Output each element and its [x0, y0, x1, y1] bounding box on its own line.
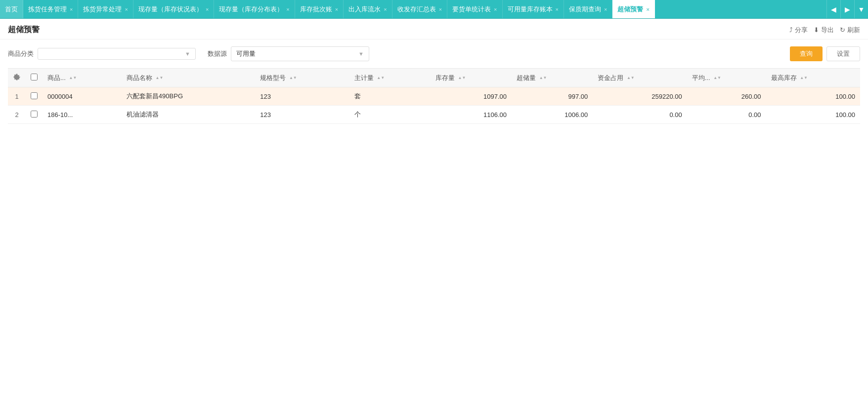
nav-item-inventory-dist-close[interactable]: × [286, 6, 289, 12]
nav-item-inventory-status-close[interactable]: × [206, 6, 209, 12]
nav-item-overstock-warning-label: 超储预警 [617, 5, 643, 14]
th-avg[interactable]: 平均... ▲▼ [687, 69, 766, 87]
nav-item-home-label: 首页 [5, 5, 18, 14]
query-button[interactable]: 查询 [790, 46, 823, 61]
nav-item-batch-account-label: 库存批次账 [300, 5, 332, 14]
nav-item-exception-proc-close[interactable]: × [125, 6, 128, 12]
td-product-code-1: 0000004 [43, 87, 122, 106]
th-spec[interactable]: 规格型号 ▲▼ [255, 69, 349, 87]
th-overstock-qty[interactable]: 超储量 ▲▼ [512, 69, 593, 87]
th-max-stock-label: 最高库存 [771, 74, 797, 81]
row-checkbox-2[interactable] [31, 111, 38, 118]
nav-item-expiry-check-close[interactable]: × [604, 6, 607, 12]
filter-group-category: 商品分类 ▼ [8, 48, 196, 60]
th-max-stock[interactable]: 最高库存 ▲▼ [766, 69, 860, 87]
td-product-name-2: 机油滤清器 [122, 106, 255, 124]
table-header-row: 商品... ▲▼ 商品名称 ▲▼ 规格型号 ▲▼ 主计量 ▲▼ [8, 69, 860, 87]
nav-more-button[interactable]: ▼ [854, 0, 868, 19]
datasource-select[interactable]: 可用量 ▼ [231, 46, 369, 61]
th-product-name[interactable]: 商品名称 ▲▼ [122, 69, 255, 87]
nav-bar: 首页 拣货任务管理 × 拣货异常处理 × 现存量（库存状况表） × 现存量（库存… [0, 0, 868, 19]
page-actions: ⤴ 分享 ⬇ 导出 ↻ 刷新 [789, 26, 860, 35]
export-label: 导出 [821, 26, 834, 35]
nav-item-available-account-close[interactable]: × [556, 6, 559, 12]
td-unit-1: 套 [349, 87, 431, 106]
nav-item-inout-flow[interactable]: 出入库流水 × [344, 0, 392, 19]
datasource-select-chevron: ▼ [358, 51, 364, 57]
th-product-name-label: 商品名称 [127, 74, 152, 81]
th-checkbox[interactable] [26, 69, 43, 87]
share-icon: ⤴ [789, 26, 793, 34]
page-content: 超储预警 ⤴ 分享 ⬇ 导出 ↻ 刷新 商品分类 ▼ 数据源 [0, 19, 868, 395]
nav-item-overstock-warning[interactable]: 超储预警 × [612, 0, 654, 19]
td-spec-2: 123 [255, 106, 349, 124]
nav-item-inventory-status[interactable]: 现存量（库存状况表） × [133, 0, 214, 19]
export-action[interactable]: ⬇ 导出 [814, 26, 834, 35]
share-action[interactable]: ⤴ 分享 [789, 26, 808, 35]
sort-icon-spec: ▲▼ [289, 76, 297, 80]
th-gear[interactable] [8, 69, 26, 87]
sort-icon-product-code: ▲▼ [69, 76, 77, 80]
nav-item-order-stats-label: 要货单统计表 [452, 5, 491, 14]
td-checkbox-2[interactable] [26, 106, 43, 124]
th-stock-qty[interactable]: 库存量 ▲▼ [431, 69, 512, 87]
table-row: 1 0000004 六配套新昌490BPG 123 套 1097.00 997.… [8, 87, 860, 106]
nav-item-batch-account[interactable]: 库存批次账 × [295, 0, 344, 19]
nav-item-inventory-status-label: 现存量（库存状况表） [138, 5, 203, 14]
td-max-stock-2: 100.00 [766, 106, 860, 124]
nav-item-task-mgmt[interactable]: 拣货任务管理 × [23, 0, 78, 19]
select-all-checkbox[interactable] [31, 74, 38, 80]
nav-item-available-account[interactable]: 可用量库存账本 × [503, 0, 564, 19]
gear-icon [13, 73, 21, 81]
th-avg-label: 平均... [692, 74, 710, 81]
th-unit-label: 主计量 [354, 74, 374, 81]
td-spec-1: 123 [255, 87, 349, 106]
nav-item-task-mgmt-label: 拣货任务管理 [28, 5, 67, 14]
nav-next-button[interactable]: ▶ [840, 0, 854, 19]
row-checkbox-1[interactable] [31, 92, 38, 99]
nav-item-home[interactable]: 首页 [0, 0, 23, 19]
sort-icon-stock-qty: ▲▼ [458, 76, 466, 80]
th-product-code[interactable]: 商品... ▲▼ [43, 69, 122, 87]
nav-item-task-mgmt-close[interactable]: × [70, 6, 73, 12]
sort-icon-fund-occupy: ▲▼ [627, 76, 635, 80]
sort-icon-avg: ▲▼ [713, 76, 721, 80]
nav-item-inventory-dist[interactable]: 现存量（库存分布表） × [214, 0, 295, 19]
category-select-chevron: ▼ [185, 51, 190, 57]
td-fund-occupy-1: 259220.00 [593, 87, 687, 106]
table-row: 2 186-10... 机油滤清器 123 个 1106.00 1006.00 … [8, 106, 860, 124]
sort-icon-unit: ▲▼ [377, 76, 385, 80]
export-icon: ⬇ [814, 26, 819, 34]
nav-prev-button[interactable]: ◀ [826, 0, 840, 19]
nav-item-inventory-dist-label: 现存量（库存分布表） [219, 5, 283, 14]
nav-item-expiry-check[interactable]: 保质期查询 × [564, 0, 612, 19]
nav-item-exception-proc[interactable]: 拣货异常处理 × [78, 0, 133, 19]
nav-item-order-stats[interactable]: 要货单统计表 × [447, 0, 502, 19]
nav-item-batch-account-close[interactable]: × [335, 6, 338, 12]
nav-item-order-stats-close[interactable]: × [494, 6, 497, 12]
sort-icon-max-stock: ▲▼ [800, 76, 808, 80]
td-stock-qty-2: 1106.00 [431, 106, 512, 124]
nav-item-available-account-label: 可用量库存账本 [508, 5, 553, 14]
nav-item-receive-summary[interactable]: 收发存汇总表 × [392, 0, 447, 19]
td-overstock-qty-2: 1006.00 [512, 106, 593, 124]
refresh-icon: ↻ [840, 26, 845, 34]
td-row-num-2: 2 [8, 106, 26, 124]
td-unit-2: 个 [349, 106, 431, 124]
td-row-num-1: 1 [8, 87, 26, 106]
th-unit[interactable]: 主计量 ▲▼ [349, 69, 431, 87]
td-avg-1: 260.00 [687, 87, 766, 106]
nav-arrows: ◀ ▶ ▼ [826, 0, 868, 19]
nav-item-inout-flow-close[interactable]: × [384, 6, 387, 12]
filter-group-datasource: 数据源 可用量 ▼ [208, 46, 369, 61]
nav-item-overstock-warning-close[interactable]: × [646, 6, 649, 12]
filter-buttons: 查询 设置 [790, 46, 860, 61]
th-fund-occupy[interactable]: 资金占用 ▲▼ [593, 69, 687, 87]
refresh-action[interactable]: ↻ 刷新 [840, 26, 860, 35]
nav-item-receive-summary-close[interactable]: × [439, 6, 442, 12]
td-checkbox-1[interactable] [26, 87, 43, 106]
settings-button[interactable]: 设置 [826, 46, 860, 61]
page-title: 超储预警 [8, 25, 40, 35]
th-stock-qty-label: 库存量 [435, 74, 455, 81]
category-select[interactable]: ▼ [38, 48, 196, 60]
